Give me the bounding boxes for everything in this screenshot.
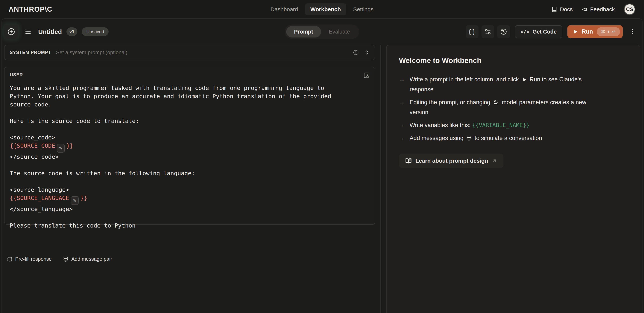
dashed-square-icon [7, 257, 12, 262]
tab-evaluate[interactable]: Evaluate [321, 26, 358, 38]
status-badge: Unsaved [82, 27, 108, 36]
toolbar-right: {} </> Get Code Run ⌘ + ↵ [466, 25, 636, 38]
panel-resize-handle[interactable] [380, 45, 381, 313]
workbench-content: Untitled v1 Unsaved Prompt Evaluate {} [2, 18, 642, 313]
user-message-field[interactable]: USER You are a skilled programmer tasked… [4, 67, 375, 225]
book-icon [552, 7, 557, 12]
user-message-text: You are a skilled programmer tasked with… [10, 84, 370, 230]
top-nav: ANTHROP\C Dashboard Workbench Settings D… [0, 0, 644, 19]
variable-source-language: {{SOURCE_LANGUAGE [10, 195, 69, 201]
arrow-right-icon: → [399, 74, 405, 94]
welcome-panel: Welcome to Workbench → Write a prompt in… [386, 45, 640, 313]
history-icon [500, 28, 507, 35]
plus-circle-icon [7, 28, 15, 36]
megaphone-icon [582, 7, 587, 12]
nav-tab-workbench[interactable]: Workbench [305, 3, 346, 15]
kebab-icon [629, 28, 636, 35]
toolbar-left: Untitled v1 Unsaved [4, 25, 108, 39]
system-prompt-label: SYSTEM PROMPT [10, 50, 51, 55]
run-shortcut: ⌘ + ↵ [597, 27, 620, 36]
expand-collapse-icon[interactable] [364, 50, 370, 56]
primary-nav: Dashboard Workbench Settings [265, 3, 379, 15]
add-message-pair-button[interactable]: Add message pair [63, 256, 112, 262]
arrow-right-icon: → [399, 97, 405, 117]
message-actions: Pre-fill response Add message pair [7, 256, 112, 262]
edit-variable-button[interactable]: ✎ [57, 144, 65, 153]
sliders-icon [484, 28, 492, 35]
learn-prompt-design-button[interactable]: Learn about prompt design [399, 154, 504, 168]
message-stack-icon [63, 256, 68, 262]
new-prompt-button[interactable] [4, 25, 18, 39]
welcome-title: Welcome to Workbench [399, 56, 628, 65]
prompt-list-button[interactable] [23, 27, 32, 37]
nav-tab-settings[interactable]: Settings [348, 3, 379, 15]
welcome-bullet-variables: → Write variables like this: {{VARIABLE_… [399, 120, 628, 130]
braces-icon: {} [468, 28, 476, 35]
welcome-bullet-versions: → Editing the prompt, or changing model … [399, 97, 628, 117]
play-icon [522, 77, 527, 82]
message-stack-icon [466, 135, 472, 141]
system-prompt-field[interactable]: SYSTEM PROMPT Set a system prompt (optio… [4, 45, 375, 60]
variable-source-code: {{SOURCE_CODE [10, 142, 55, 149]
play-icon [573, 29, 578, 34]
edit-variable-button[interactable]: ✎ [71, 196, 79, 205]
user-label: USER [10, 72, 23, 77]
welcome-bullet-run: → Write a prompt in the left column, and… [399, 74, 628, 94]
system-prompt-placeholder: Set a system prompt (optional) [56, 50, 353, 56]
code-icon: </> [520, 29, 530, 35]
list-icon [24, 28, 31, 35]
sliders-icon [493, 99, 499, 105]
workbench-toolbar: Untitled v1 Unsaved Prompt Evaluate {} [2, 19, 642, 45]
get-code-button[interactable]: </> Get Code [515, 25, 562, 38]
mode-switcher: Prompt Evaluate [285, 25, 359, 39]
add-image-button[interactable] [363, 72, 370, 79]
version-badge[interactable]: v1 [66, 27, 78, 36]
user-avatar[interactable]: CS [624, 4, 636, 15]
history-button[interactable] [497, 25, 510, 38]
arrow-right-icon: → [399, 133, 405, 143]
external-link-icon [492, 158, 497, 163]
prompt-editor-column: SYSTEM PROMPT Set a system prompt (optio… [4, 45, 375, 313]
model-settings-button[interactable] [482, 25, 494, 38]
tab-prompt[interactable]: Prompt [286, 26, 321, 38]
variables-button[interactable]: {} [466, 25, 478, 38]
feedback-link[interactable]: Feedback [582, 6, 615, 13]
info-icon[interactable] [353, 50, 359, 56]
arrow-right-icon: → [399, 120, 405, 130]
overflow-menu-button[interactable] [628, 25, 636, 38]
welcome-bullets: → Write a prompt in the left column, and… [399, 74, 628, 143]
run-button[interactable]: Run ⌘ + ↵ [568, 25, 623, 38]
docs-link[interactable]: Docs [552, 6, 573, 13]
variable-example: {{VARIABLE_NAME}} [472, 122, 530, 128]
anthropic-logo[interactable]: ANTHROP\C [8, 6, 52, 13]
prefill-response-button[interactable]: Pre-fill response [7, 256, 52, 262]
prompt-title[interactable]: Untitled [38, 28, 62, 36]
open-book-icon [405, 158, 412, 164]
nav-tab-dashboard[interactable]: Dashboard [265, 3, 303, 15]
nav-right-cluster: Docs Feedback CS [552, 4, 636, 15]
welcome-bullet-messages: → Add messages using to simulate a conve… [399, 133, 628, 143]
